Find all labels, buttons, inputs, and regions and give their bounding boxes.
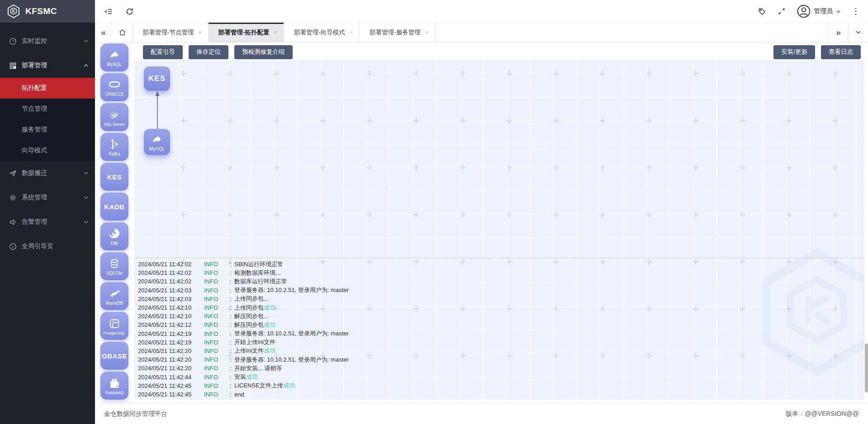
toolbar-button-保存定位[interactable]: 保存定位 [189,45,228,59]
sidebar-subitem-向导模式[interactable]: 向导模式 [0,140,95,161]
sidebar-subitem-节点管理[interactable]: 节点管理 [0,99,95,119]
grid-cross-icon: + [271,69,281,79]
log-message: SBIN运行环境正常 [234,260,283,269]
sidebar-subitem-拓扑配置[interactable]: 拓扑配置 [0,78,95,99]
grid-cross-icon: + [598,116,607,126]
tab-部署管理-服务管理[interactable]: 部署管理-服务管理 × [360,23,435,42]
palette-item-PostgreSQL[interactable]: PostgreSQL [100,312,128,340]
toolbar-button-安装/更新[interactable]: 安装/更新 [773,45,815,59]
vertical-scrollbar[interactable] [865,344,868,392]
tabs-scroll-left-icon[interactable]: « [95,23,112,42]
grid-cross-icon: + [737,69,747,79]
close-icon[interactable]: × [199,29,202,36]
tabs-scroll-right-icon[interactable]: » [828,23,848,42]
palette-item-RabbitMQ[interactable]: RabbitMQ [100,372,128,400]
user-name: 管理员 [814,7,833,15]
grid-cross-icon: + [225,116,235,126]
sidebar-item-1[interactable]: 部署管理 [0,53,95,78]
log-separator: : [230,374,234,381]
toolbar-button-配置引导[interactable]: 配置引导 [143,45,183,59]
mysql-dolphin-icon [150,132,164,146]
sidebar-subitem-服务管理[interactable]: 服务管理 [0,119,95,140]
toolbar-button-查看日志[interactable]: 查看日志 [821,45,861,59]
grid-cross-icon: + [691,210,701,220]
footer-version: 版本：@@VERSION@@ [786,410,859,418]
tabs-dropdown-icon[interactable] [848,23,868,42]
log-message: end [234,391,244,398]
log-row: 2024/05/21 11:42:45 INFO : LICENSE文件上传 成… [138,382,864,390]
palette-item-GBASE[interactable]: GBASE [100,342,128,370]
install-log-panel[interactable]: 2024/05/21 11:42:02 INFO : SBIN运行环境正常 20… [134,258,864,400]
grid-cross-icon: + [784,69,794,79]
grid-cross-icon: + [225,210,235,220]
close-icon[interactable]: × [274,29,278,36]
canvas-node-mysql[interactable]: MySQL [144,129,170,155]
log-level: INFO [204,261,230,268]
grid-cross-icon: + [691,116,701,126]
topology-canvas[interactable]: ++++++++++++++++++++++++++++++++++++++++… [134,60,864,400]
sidebar-item-2[interactable]: 数据搬迁 [0,161,95,185]
grid-cross-icon: + [318,69,328,79]
user-menu[interactable]: 管理员 [797,5,841,18]
log-row: 2024/05/21 11:42:19 INFO : 登录服务器: 10.10.… [138,330,864,338]
sidebar-item-4[interactable]: 告警管理 [0,210,95,234]
palette-item-DM[interactable]: DM [100,222,128,250]
edge-mysql-to-kes[interactable] [154,91,161,129]
tab-部署管理-节点管理[interactable]: 部署管理-节点管理 × [133,23,209,42]
close-icon[interactable]: × [425,29,429,36]
log-success-word: 成功 [246,373,258,381]
sidebar-collapse-icon[interactable] [104,7,113,16]
log-level: INFO [204,348,230,354]
deploy-grid-icon [9,62,17,70]
log-row: 2024/05/21 11:42:02 INFO : 检测数据库环境... [138,269,864,277]
log-time: 2024/05/21 11:42:44 [138,374,204,381]
grid-cross-icon: + [504,116,514,126]
palette-item-ORACLE[interactable]: ORACLE [100,73,128,101]
app-logo[interactable]: KFSMC [0,0,95,23]
palette-item-Kafka[interactable]: Kafka [100,133,128,161]
log-time: 2024/05/21 11:42:20 [138,365,204,372]
palette-item-MySQL[interactable]: MySQL [100,43,128,71]
close-icon[interactable]: × [350,29,353,36]
grid-cross-icon: + [691,69,701,79]
log-time: 2024/05/21 11:42:19 [138,339,204,346]
chevron-down-icon [83,195,89,200]
log-time: 2024/05/21 11:42:20 [138,356,204,363]
chevron-down-icon [836,9,841,14]
grid-cross-icon: + [737,163,747,173]
toolbar-button-预检测修复介绍[interactable]: 预检测修复介绍 [234,45,293,59]
kes-text: KES [107,173,122,181]
log-separator: : [230,269,234,276]
palette-item-SQL Server[interactable]: SQL Server [100,103,128,131]
palette-item-KES[interactable]: KES [100,163,128,191]
more-options-icon[interactable]: ⋮ [852,7,860,15]
grid-cross-icon: + [411,116,421,126]
sidebar-item-3[interactable]: 系统管理 [0,185,95,210]
canvas-node-kes[interactable]: KES [144,66,170,91]
grid-cross-icon: + [737,116,747,126]
grid-cross-icon: + [504,69,514,79]
log-message: 上传同步包... [234,295,269,303]
log-separator: : [230,287,234,294]
palette-item-KADB[interactable]: KADB [100,193,128,221]
grid-cross-icon: + [271,163,281,173]
log-message: 检测数据库环境... [234,269,280,277]
refresh-icon[interactable] [125,7,134,16]
sidebar-item-0[interactable]: 实时监控 [0,29,95,53]
tab-部署管理-拓扑配置[interactable]: 部署管理-拓扑配置 × [209,23,284,42]
palette-item-SQLFile[interactable]: SQLFile [100,252,128,280]
sidebar-item-5[interactable]: 全局引导页 [0,234,95,259]
grid-cross-icon: + [830,210,840,220]
log-message: 安装 [234,373,246,381]
home-tab-icon[interactable] [112,23,133,42]
log-level: INFO [204,330,230,337]
tab-部署管理-向导模式[interactable]: 部署管理-向导模式 × [284,23,360,42]
fullscreen-icon[interactable] [777,7,786,16]
palette-item-MariaDB[interactable]: MariaDB [100,282,128,310]
grid-cross-icon: + [598,210,607,220]
tag-icon[interactable] [757,7,766,16]
log-level: INFO [204,304,230,311]
grid-cross-icon: + [551,210,561,220]
sidebar: KFSMC 实时监控 部署管理 拓扑配置 节点管理 服务管理 向导模式 数据搬迁… [0,0,95,424]
grid-cross-icon: + [178,116,188,126]
